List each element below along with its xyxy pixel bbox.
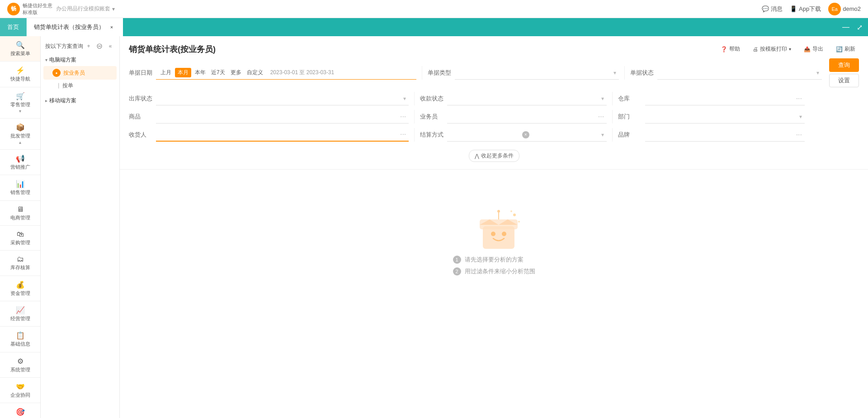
breadcrumb[interactable]: 办公用品行业模拟账套 ▾	[56, 5, 115, 13]
print-button[interactable]: 🖨 按模板打印 ▾	[749, 43, 795, 55]
collapse-panel-button[interactable]: «	[106, 42, 115, 51]
ecommerce-icon: 🖥	[17, 205, 24, 214]
operations-icon: 📈	[16, 306, 25, 314]
wholesale-arrow: ▴	[19, 140, 21, 145]
tab-sales-stat[interactable]: 销货单统计表（按业务员） ×	[27, 18, 123, 36]
help-icon: ❓	[721, 46, 727, 52]
sidebar-item-inventory[interactable]: 🗂 库存核算	[0, 251, 40, 276]
salesperson-dots-icon: ···	[598, 113, 604, 121]
basic-info-icon: 📋	[16, 331, 25, 340]
date-tab-cur-month[interactable]: 本月	[175, 68, 191, 77]
date-tab-more[interactable]: 更多	[229, 68, 243, 77]
collapse-icon: ⋀	[475, 153, 479, 159]
filter-row-2: 出库状态 ▾ 收款状态 ▾	[129, 92, 859, 105]
app-download-button[interactable]: 📱 App下载	[790, 5, 821, 13]
svg-rect-4	[483, 226, 514, 249]
filter-divider-8	[612, 128, 613, 142]
svg-point-10	[510, 210, 512, 212]
date-filter-control[interactable]: 上月 本月 本年 近7天 更多 自定义 2023-03-01 至 2023-03…	[156, 66, 416, 80]
add-scheme-button[interactable]: +	[84, 42, 93, 51]
filter-date: 单据日期 上月 本月 本年 近7天 更多 自定义 20	[129, 66, 416, 80]
breadcrumb-arrow: ▾	[112, 6, 115, 12]
consignee-select[interactable]: ···	[156, 128, 409, 142]
svg-point-7	[502, 232, 506, 236]
edit-icon	[97, 43, 102, 49]
help-button[interactable]: ❓ 帮助	[717, 43, 744, 55]
date-tab-cur-year[interactable]: 本年	[193, 68, 208, 77]
out-status-select[interactable]: ▾	[156, 92, 409, 105]
empty-state: 1 请先选择要分析的方案 2 用过滤条件来缩小分析范围	[120, 170, 868, 312]
sidebar-item-finance[interactable]: 💰 资金管理	[0, 276, 40, 301]
receipt-status-select[interactable]: ▾	[447, 92, 607, 105]
scheme-by-salesperson[interactable]: ● 按业务员	[43, 66, 117, 80]
date-tabs: 上月 本月 本年 近7天 更多 自定义	[159, 68, 265, 77]
content-area: 按以下方案查询 + «	[41, 36, 868, 418]
tab-home[interactable]: 首页	[0, 18, 27, 36]
doc-status-select[interactable]: ▾	[657, 66, 822, 80]
tab-minimize-button[interactable]: —	[840, 21, 851, 33]
action-buttons: 查询 设置	[829, 58, 859, 87]
filter-warehouse: 仓库 ···	[618, 92, 805, 105]
sidebar-quick-nav[interactable]: ⚡ 快捷导航	[0, 62, 40, 87]
collapse-button[interactable]: ⋀ 收起更多条件	[469, 150, 519, 162]
salesperson-select[interactable]: ···	[447, 110, 607, 124]
logo-icon: 畅	[7, 3, 20, 15]
edit-scheme-button[interactable]	[95, 42, 104, 51]
print-icon: 🖨	[753, 46, 758, 52]
date-tab-custom[interactable]: 自定义	[245, 68, 265, 77]
right-panel: 销货单统计表(按业务员) ❓ 帮助 🖨 按模板打印 ▾ 📤	[120, 36, 868, 418]
date-range-display: 2023-03-01 至 2023-03-31	[270, 69, 334, 76]
query-button[interactable]: 查询	[829, 58, 859, 72]
user-menu[interactable]: Ea demo2	[828, 3, 861, 15]
sidebar-item-marketing[interactable]: 📢 营销推广	[0, 150, 40, 175]
desktop-scheme-header[interactable]: ▾ 电脑端方案	[42, 54, 118, 66]
sidebar-item-sales-mgmt[interactable]: 📊 销售管理	[0, 175, 40, 200]
tab-maximize-button[interactable]: ⤢	[855, 21, 864, 33]
filter-area: 单据日期 上月 本月 本年 近7天 更多 自定义 20	[120, 58, 868, 170]
filter-brand: 品牌 ···	[618, 128, 805, 142]
system-icon: ⚙	[17, 357, 24, 366]
sidebar-item-purchase[interactable]: 🛍 采购管理	[0, 226, 40, 251]
filter-settlement: 结算方式 × ▾	[420, 128, 607, 142]
filter-divider-1	[422, 66, 422, 80]
logo-text: 畅捷信好生意 标准版	[23, 2, 52, 15]
refresh-button[interactable]: 🔄 刷新	[832, 43, 859, 55]
sidebar-item-ecommerce[interactable]: 🖥 电商管理	[0, 201, 40, 226]
sidebar-search[interactable]: 🔍 搜索菜单	[0, 36, 40, 62]
filter-out-status: 出库状态 ▾	[129, 92, 409, 105]
empty-tips: 1 请先选择要分析的方案 2 用过滤条件来缩小分析范围	[453, 256, 535, 276]
settlement-select[interactable]: × ▾	[447, 128, 607, 142]
dept-arrow-icon: ▾	[799, 114, 802, 120]
mobile-scheme-header[interactable]: ▸ 移动端方案	[42, 95, 118, 106]
sidebar-item-wholesale[interactable]: 📦 批发管理 ▴	[0, 119, 40, 150]
page-actions: ❓ 帮助 🖨 按模板打印 ▾ 📤 导出 🔄	[717, 43, 859, 55]
sidebar-item-operations[interactable]: 📈 经营管理	[0, 301, 40, 327]
goods-select[interactable]: ···	[156, 110, 409, 124]
tip-num-2: 2	[453, 267, 461, 276]
export-button[interactable]: 📤 导出	[800, 43, 827, 55]
warehouse-select[interactable]: ···	[645, 92, 805, 105]
dept-select[interactable]: ▾	[645, 110, 805, 124]
collapse-bar: ⋀ 收起更多条件	[129, 146, 859, 166]
setting-button[interactable]: 设置	[829, 74, 859, 87]
sidebar-item-newcomer[interactable]: 🎯 新手引导	[0, 403, 40, 418]
sidebar-item-enterprise[interactable]: 🤝 企业协同	[0, 378, 40, 403]
retail-icon: 🛒	[16, 92, 25, 100]
tab-close-button[interactable]: ×	[108, 24, 115, 31]
message-button[interactable]: 💬 消息	[762, 5, 783, 13]
marketing-icon: 📢	[16, 154, 25, 163]
empty-svg	[472, 206, 526, 251]
settlement-clear-button[interactable]: ×	[522, 131, 529, 138]
sidebar-item-retail[interactable]: 🛒 零售管理 ▾	[0, 87, 40, 119]
doc-type-select[interactable]: ▾	[455, 66, 619, 80]
app-download-icon: 📱	[790, 5, 797, 12]
filter-dept: 部门 ▾	[618, 110, 805, 124]
sidebar-item-system[interactable]: ⚙ 系统管理	[0, 352, 40, 378]
finance-icon: 💰	[16, 280, 25, 289]
brand-select[interactable]: ···	[645, 128, 805, 142]
date-tab-last7days[interactable]: 近7天	[209, 68, 227, 77]
date-tab-prev-month[interactable]: 上月	[159, 68, 173, 77]
main-content: 🔍 搜索菜单 ⚡ 快捷导航 🛒 零售管理 ▾ 📦 批发管理 ▴ 📢 营销推广	[0, 36, 868, 418]
sidebar-item-basic-info[interactable]: 📋 基础信息	[0, 327, 40, 352]
scheme-by-order[interactable]: ⎪ 按单	[42, 80, 118, 91]
